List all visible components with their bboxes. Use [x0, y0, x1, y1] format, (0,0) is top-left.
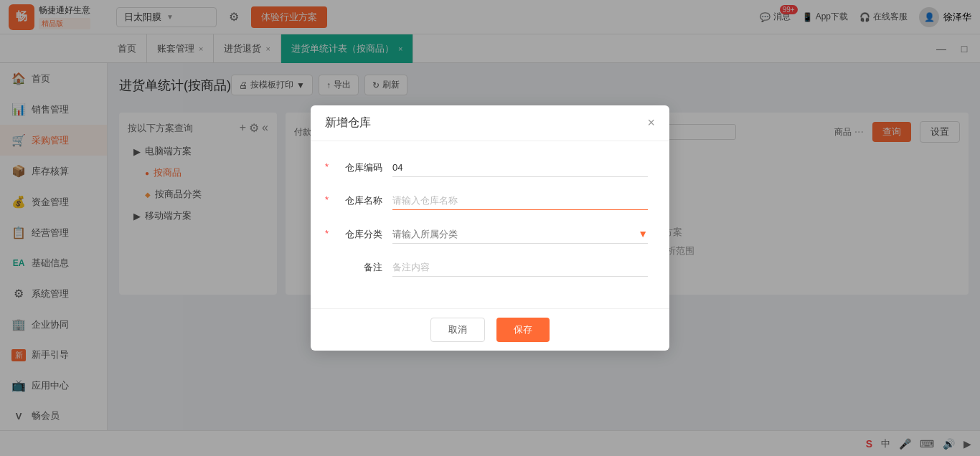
warehouse-category-label: 仓库分类	[332, 228, 382, 241]
modal-new-warehouse: 新增仓库 × 仓库编码 仓库名称 仓库分类 ▼	[311, 105, 669, 351]
warehouse-category-select[interactable]: ▼	[392, 224, 648, 244]
cancel-button[interactable]: 取消	[430, 318, 485, 342]
warehouse-code-input[interactable]	[392, 158, 648, 177]
form-row-name: 仓库名称	[332, 191, 648, 210]
warehouse-category-input[interactable]	[392, 229, 638, 239]
modal-footer: 取消 保存	[311, 308, 669, 351]
form-row-category: 仓库分类 ▼	[332, 224, 648, 244]
modal-close-button[interactable]: ×	[647, 115, 655, 130]
save-button[interactable]: 保存	[496, 318, 550, 342]
modal-title: 新增仓库	[325, 115, 647, 130]
warehouse-name-input[interactable]	[392, 191, 648, 210]
warehouse-code-label: 仓库编码	[332, 161, 382, 174]
modal-body: 仓库编码 仓库名称 仓库分类 ▼ 备注	[311, 141, 669, 308]
form-row-code: 仓库编码	[332, 158, 648, 177]
warehouse-name-label: 仓库名称	[332, 194, 382, 207]
modal-overlay[interactable]: 新增仓库 × 仓库编码 仓库名称 仓库分类 ▼	[0, 0, 980, 456]
remark-input[interactable]	[392, 258, 648, 277]
remark-label: 备注	[332, 261, 382, 274]
modal-header: 新增仓库 ×	[311, 105, 669, 141]
form-row-remark: 备注	[332, 258, 648, 277]
category-dropdown-icon: ▼	[638, 228, 648, 239]
